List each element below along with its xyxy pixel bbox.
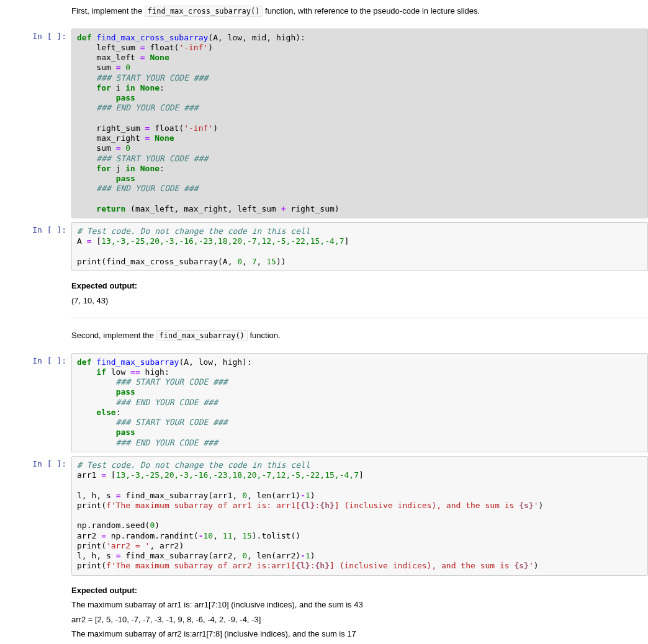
code-text: j xyxy=(111,164,125,173)
code-text: l, h, s xyxy=(77,551,116,560)
keyword-none: None xyxy=(150,53,169,62)
prompt-empty xyxy=(0,579,71,645)
code-text: max_left xyxy=(77,53,140,62)
code-input-area[interactable]: def find_max_subarray(A, low, high): if … xyxy=(71,353,648,452)
prompt-empty xyxy=(0,0,71,25)
keyword-pass: pass xyxy=(116,93,135,102)
code-text: [ xyxy=(106,470,116,480)
number-literal: 15 xyxy=(266,257,276,266)
comment: ### START YOUR CODE ### xyxy=(77,377,228,387)
markdown-cell: Expected output: The maximum subarray of… xyxy=(0,579,648,645)
keyword-pass: pass xyxy=(116,387,135,396)
code-text: l, h, s xyxy=(77,491,116,500)
function-name: find_max_subarray xyxy=(96,357,179,367)
code-text: , xyxy=(242,257,252,266)
fstring: ] (inclusive indices), and the sum is xyxy=(335,501,519,510)
code-text: : xyxy=(116,408,121,417)
markdown-content: First, implement the find_max_cross_suba… xyxy=(71,0,648,25)
comment: ### END YOUR CODE ### xyxy=(77,103,199,112)
comment: ### END YOUR CODE ### xyxy=(77,398,218,407)
operator: == xyxy=(130,367,140,377)
code-text: (A, low, high): xyxy=(179,357,251,367)
code-text: sum xyxy=(77,143,116,153)
text: function. xyxy=(250,331,280,340)
text: Second, implement the xyxy=(71,331,156,340)
operator: - xyxy=(300,491,305,500)
number-literal: 11 xyxy=(223,531,233,540)
code-text: ) xyxy=(208,43,213,52)
inline-code: find_max_cross_subarray() xyxy=(145,6,263,17)
markdown-content: Expected output: The maximum subarray of… xyxy=(71,579,648,645)
code-text: find_max_subarray(arr1, xyxy=(120,491,242,500)
code-text: (A, low, mid, high): xyxy=(208,33,305,42)
code-text: : xyxy=(160,164,164,173)
code-input-area[interactable]: def find_max_cross_subarray(A, low, mid,… xyxy=(71,29,648,219)
code-text: , xyxy=(213,531,223,540)
string-literal: '-inf' xyxy=(184,123,213,133)
code-text: , len(arr2) xyxy=(247,551,300,560)
number-literal: 15 xyxy=(242,531,252,540)
code-text: arr2 xyxy=(77,531,101,540)
operator: = xyxy=(140,53,145,62)
input-prompt: In [ ]: xyxy=(0,29,71,219)
comment: ### END YOUR CODE ### xyxy=(77,184,199,193)
code-text: ] xyxy=(359,470,364,480)
keyword-in: in xyxy=(125,83,135,92)
code-text: , xyxy=(232,531,242,540)
fstring: ' xyxy=(529,561,534,570)
keyword-for: for xyxy=(96,164,110,173)
code-text: ) xyxy=(539,501,544,510)
code-text: ) xyxy=(213,123,218,133)
code-text: , xyxy=(257,257,267,266)
code-text xyxy=(77,174,116,183)
string-literal: 'arr2 = ' xyxy=(106,541,150,550)
code-text: right_sum) xyxy=(286,204,340,213)
code-text: , len(arr1) xyxy=(247,491,300,500)
code-cell[interactable]: In [ ]: # Test code. Do not change the c… xyxy=(0,456,648,576)
code-text: ) xyxy=(310,551,315,560)
code-cell[interactable]: In [ ]: def find_max_subarray(A, low, hi… xyxy=(0,353,648,452)
keyword-pass: pass xyxy=(116,174,135,183)
keyword-if: if xyxy=(96,367,106,377)
code-text: ) xyxy=(155,521,160,530)
keyword-return: return xyxy=(96,204,125,213)
code-cell[interactable]: In [ ]: # Test code. Do not change the c… xyxy=(0,222,648,271)
code-input-area[interactable]: # Test code. Do not change the code in t… xyxy=(71,222,648,271)
fstring: f'The maximum subarray of arr2 is:arr1[ xyxy=(106,561,295,570)
code-text: high: xyxy=(140,367,169,377)
code-text xyxy=(77,164,96,173)
code-text: print( xyxy=(77,561,106,570)
code-text xyxy=(77,83,96,92)
input-prompt: In [ ]: xyxy=(0,456,71,576)
expected-output-line: arr2 = [2, 5, -10, -7, -7, -3, -1, 9, 8,… xyxy=(71,614,648,626)
code-text: arr1 xyxy=(77,470,101,480)
code-text: )) xyxy=(276,257,286,266)
keyword-for: for xyxy=(96,83,110,92)
code-text xyxy=(77,367,96,377)
text: First, implement the xyxy=(71,6,145,16)
code-input-area[interactable]: # Test code. Do not change the code in t… xyxy=(71,456,648,576)
code-cell[interactable]: In [ ]: def find_max_cross_subarray(A, l… xyxy=(0,29,648,219)
fstring-interp: {s} xyxy=(514,561,528,570)
code-text: [ xyxy=(91,236,101,246)
number-literal: 7 xyxy=(252,257,257,266)
fstring: : xyxy=(310,561,315,570)
function-name: find_max_cross_subarray xyxy=(96,33,208,42)
code-text: ] xyxy=(344,236,349,246)
number-list: 13,-3,-25,20,-3,-16,-23,18,20,-7,12,-5,-… xyxy=(116,470,359,480)
code-text xyxy=(135,164,140,173)
keyword-def: def xyxy=(77,357,96,367)
comment: ### START YOUR CODE ### xyxy=(77,418,228,427)
fstring: ' xyxy=(534,501,539,510)
code-text: print(find_max_cross_subarray(A, xyxy=(77,257,237,266)
markdown-content: Expected output: (7, 10, 43) Second, imp… xyxy=(71,275,648,349)
number-literal: 1 xyxy=(305,491,310,500)
operator: - xyxy=(199,531,204,540)
operator: + xyxy=(281,204,286,213)
code-text: low xyxy=(106,367,130,377)
operator: = xyxy=(101,470,106,480)
fstring: f'The maximum subarray of arr1 is: arr1[ xyxy=(106,501,300,510)
code-text: max_right xyxy=(77,133,145,143)
code-text: float( xyxy=(145,43,179,52)
comment: ### START YOUR CODE ### xyxy=(77,154,208,163)
